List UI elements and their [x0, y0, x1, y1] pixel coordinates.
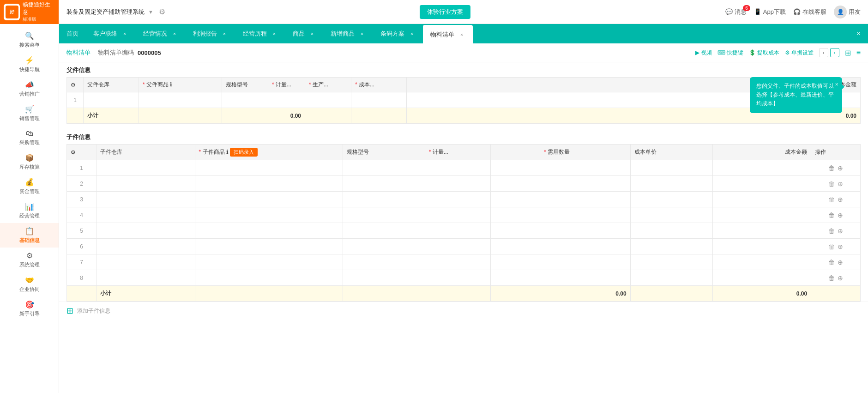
- delete-icon[interactable]: 🗑: [828, 227, 835, 235]
- trial-button[interactable]: 体验行业方案: [420, 5, 470, 19]
- close-tab-icon[interactable]: ×: [171, 30, 178, 37]
- child-warehouse-cell[interactable]: [96, 207, 195, 223]
- grid-view-icon[interactable]: ⊞: [845, 48, 851, 57]
- scan-input-button[interactable]: 扫码录入: [230, 148, 258, 157]
- sidebar-item-basic[interactable]: 📋 基础信息: [0, 223, 59, 248]
- tab-goods[interactable]: 商品 ×: [285, 24, 323, 43]
- tab-home[interactable]: 首页: [59, 24, 86, 43]
- child-product-cell[interactable]: [195, 192, 343, 207]
- tab-customer[interactable]: 客户联络 ×: [86, 24, 136, 43]
- child-spec-cell[interactable]: [343, 254, 425, 270]
- delete-icon[interactable]: 🗑: [828, 212, 835, 219]
- copy-icon[interactable]: ⊕: [838, 164, 843, 172]
- child-cost-amount-cell[interactable]: [712, 223, 811, 239]
- copy-icon[interactable]: ⊕: [838, 180, 843, 187]
- parent-warehouse-cell[interactable]: [84, 92, 139, 108]
- delete-icon[interactable]: 🗑: [828, 164, 835, 172]
- child-qty-cell[interactable]: [540, 160, 630, 176]
- settings-icon[interactable]: ⚙: [159, 7, 165, 16]
- sidebar-item-sales[interactable]: 🛒 销售管理: [0, 101, 59, 126]
- child-spec-cell[interactable]: [343, 160, 425, 176]
- parent-spec-cell[interactable]: [222, 92, 268, 108]
- child-unit-price-cell[interactable]: [630, 207, 712, 223]
- sidebar-item-guide[interactable]: 🎯 新手引导: [0, 296, 59, 321]
- app-download-item[interactable]: 📱 App下载: [754, 8, 786, 16]
- child-qty-cell[interactable]: [540, 176, 630, 192]
- child-warehouse-cell[interactable]: [96, 254, 195, 270]
- child-unit-cell[interactable]: [425, 223, 490, 239]
- child-product-cell[interactable]: [195, 223, 343, 239]
- delete-icon[interactable]: 🗑: [828, 180, 835, 187]
- child-qty-cell[interactable]: [540, 223, 630, 239]
- child-qty-cell[interactable]: [540, 207, 630, 223]
- delete-icon[interactable]: 🗑: [828, 259, 835, 266]
- prev-arrow[interactable]: ‹: [819, 48, 828, 57]
- child-warehouse-cell[interactable]: [96, 270, 195, 286]
- copy-icon[interactable]: ⊕: [838, 243, 843, 250]
- child-cost-amount-cell[interactable]: [712, 239, 811, 254]
- sidebar-item-system[interactable]: ⚙ 系统管理: [0, 248, 59, 272]
- tab-new-goods[interactable]: 新增商品 ×: [323, 24, 373, 43]
- child-product-cell[interactable]: [195, 160, 343, 176]
- sidebar-item-cooperation[interactable]: 🤝 企业协同: [0, 272, 59, 296]
- child-product-cell[interactable]: [195, 207, 343, 223]
- settings-action[interactable]: ⚙ 单据设置: [785, 49, 814, 57]
- copy-icon[interactable]: ⊕: [838, 259, 843, 266]
- close-tab-icon[interactable]: ×: [121, 30, 128, 37]
- child-unit-cell[interactable]: [425, 270, 490, 286]
- copy-icon[interactable]: ⊕: [838, 196, 843, 203]
- child-spec-cell[interactable]: [343, 270, 425, 286]
- tooltip-close-button[interactable]: ×: [835, 80, 838, 90]
- add-row-label[interactable]: 添加子件信息: [77, 307, 110, 315]
- child-spec-cell[interactable]: [343, 207, 425, 223]
- child-unit-price-cell[interactable]: [630, 223, 712, 239]
- child-unit-cell[interactable]: [425, 192, 490, 207]
- child-unit-price-cell[interactable]: [630, 192, 712, 207]
- tab-barcode[interactable]: 条码方案 ×: [373, 24, 423, 43]
- tab-operation[interactable]: 经营情况 ×: [136, 24, 186, 43]
- sidebar-item-marketing[interactable]: 📣 营销推广: [0, 77, 59, 101]
- copy-icon[interactable]: ⊕: [838, 274, 843, 282]
- child-unit-cell[interactable]: [425, 207, 490, 223]
- child-unit-cell[interactable]: [425, 160, 490, 176]
- parent-production-cell[interactable]: [305, 92, 351, 108]
- sidebar-item-finance[interactable]: 💰 资金管理: [0, 174, 59, 199]
- child-unit-price-cell[interactable]: [630, 176, 712, 192]
- close-tab-icon[interactable]: ×: [408, 30, 416, 37]
- copy-icon[interactable]: ⊕: [838, 227, 843, 235]
- delete-icon[interactable]: 🗑: [828, 274, 835, 282]
- child-product-cell[interactable]: [195, 239, 343, 254]
- close-tab-icon[interactable]: ×: [308, 30, 316, 37]
- global-close-button[interactable]: ×: [849, 30, 868, 38]
- tab-profit[interactable]: 利润报告 ×: [186, 24, 235, 43]
- child-spec-cell[interactable]: [343, 223, 425, 239]
- child-unit-price-cell[interactable]: [630, 160, 712, 176]
- child-warehouse-cell[interactable]: [96, 192, 195, 207]
- sidebar-item-purchase[interactable]: 🛍 采购管理: [0, 126, 59, 150]
- child-warehouse-cell[interactable]: [96, 239, 195, 254]
- user-item[interactable]: 👤 用友: [834, 6, 861, 18]
- child-cost-amount-cell[interactable]: [712, 160, 811, 176]
- child-qty-cell[interactable]: [540, 192, 630, 207]
- online-service-item[interactable]: 🎧 在线客服: [793, 8, 826, 16]
- parent-product-cell[interactable]: [139, 92, 222, 108]
- system-dropdown-icon[interactable]: ▼: [148, 9, 153, 15]
- child-unit-price-cell[interactable]: [630, 254, 712, 270]
- list-view-icon[interactable]: ≡: [856, 48, 861, 57]
- sidebar-item-quicknav[interactable]: ⚡ 快捷导航: [0, 52, 59, 77]
- sidebar-item-management[interactable]: 📊 经营管理: [0, 199, 59, 223]
- sidebar-item-inventory[interactable]: 📦 库存核算: [0, 150, 59, 174]
- child-unit-cell[interactable]: [425, 239, 490, 254]
- child-qty-cell[interactable]: [540, 254, 630, 270]
- child-warehouse-cell[interactable]: [96, 223, 195, 239]
- child-cost-amount-cell[interactable]: [712, 270, 811, 286]
- child-spec-cell[interactable]: [343, 239, 425, 254]
- message-item[interactable]: 💬 消息 6: [725, 8, 747, 16]
- child-spec-cell[interactable]: [343, 176, 425, 192]
- shortcut-action[interactable]: ⌨ 快捷键: [717, 49, 743, 57]
- child-product-cell[interactable]: [195, 270, 343, 286]
- child-cost-amount-cell[interactable]: [712, 254, 811, 270]
- close-tab-icon[interactable]: ×: [221, 30, 228, 37]
- child-cost-amount-cell[interactable]: [712, 207, 811, 223]
- cost-action[interactable]: 💲 提取成本: [749, 49, 779, 57]
